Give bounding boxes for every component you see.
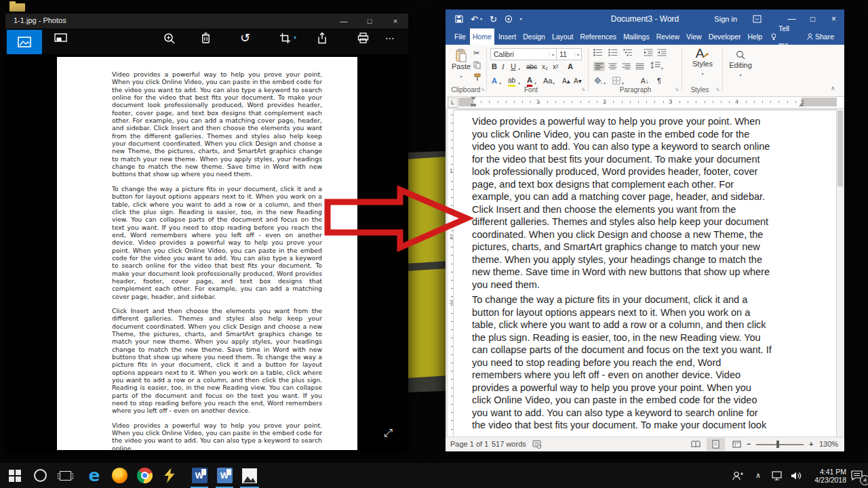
strikethrough-button[interactable]: abc — [526, 62, 537, 71]
zoom-slider-thumb[interactable] — [776, 441, 779, 448]
zoom-level[interactable]: 130% — [819, 440, 838, 448]
font-color-button[interactable]: A — [527, 76, 532, 87]
cortana-button[interactable] — [28, 463, 52, 488]
paragraph-dialog-launcher-icon[interactable]: ⇘ — [675, 87, 679, 92]
action-center-button[interactable]: 4 — [848, 463, 865, 488]
text-highlight-button[interactable]: ab — [508, 76, 515, 87]
grow-font-button[interactable]: A▴ — [562, 77, 570, 85]
shading-dropdown-icon[interactable]: ▾ — [604, 79, 606, 88]
line-spacing-dropdown-icon[interactable]: ▾ — [661, 64, 663, 73]
right-indent-marker[interactable] — [799, 100, 804, 106]
format-painter-button[interactable] — [473, 73, 481, 81]
shading-button[interactable] — [593, 77, 602, 85]
left-indent-marker[interactable] — [471, 104, 476, 106]
document-page[interactable]: Video provides a powerful way to help yo… — [453, 110, 837, 437]
tab-mailings[interactable]: Mailings — [620, 28, 652, 45]
tab-developer[interactable]: Developer — [706, 28, 744, 45]
edit-options-chevron-icon[interactable]: ▾ — [294, 35, 296, 41]
vertical-scrollbar[interactable] — [837, 109, 844, 437]
bullet-list-button[interactable] — [593, 49, 603, 56]
font-name-dropdown-icon[interactable]: ▾ — [549, 52, 556, 57]
styles-dialog-launcher-icon[interactable]: ⇘ — [715, 87, 719, 92]
line-spacing-button[interactable] — [650, 62, 660, 69]
font-dialog-launcher-icon[interactable]: ⇘ — [581, 87, 585, 92]
tab-review[interactable]: Review — [654, 28, 682, 45]
slideshow-icon[interactable] — [54, 33, 67, 43]
fullscreen-expand-icon[interactable]: ⤢ — [384, 427, 393, 439]
tab-insert[interactable]: Insert — [496, 28, 519, 45]
photos-maximize-button[interactable]: □ — [357, 14, 382, 28]
clear-formatting-button[interactable]: A — [568, 62, 573, 71]
align-right-button[interactable] — [620, 62, 632, 71]
word-close-button[interactable]: × — [823, 9, 844, 28]
tab-view[interactable]: View — [684, 28, 705, 45]
tab-layout[interactable]: Layout — [549, 28, 576, 45]
first-line-indent-marker[interactable] — [471, 97, 476, 103]
taskbar-edge-icon[interactable]: e — [82, 463, 106, 488]
borders-button[interactable] — [612, 77, 620, 85]
underline-button[interactable]: U — [511, 62, 516, 71]
photos-titlebar[interactable]: 1-1.jpg - Photos — □ × — [5, 14, 408, 28]
align-center-button[interactable] — [607, 62, 618, 71]
ribbon-display-options-icon[interactable] — [753, 15, 762, 23]
taskbar-firefox-icon[interactable] — [107, 463, 132, 488]
decrease-indent-button[interactable] — [644, 49, 653, 56]
document-text[interactable]: Video provides a powerful way to help yo… — [472, 115, 772, 434]
paste-dropdown-icon[interactable]: ▾ — [460, 75, 462, 79]
horizontal-ruler[interactable]: 1 2 3 4 5 — [458, 98, 837, 106]
photos-minimize-button[interactable]: — — [331, 14, 357, 28]
subscript-button[interactable]: x₂ — [542, 62, 548, 71]
photo-of-document[interactable]: Video provides a powerful way to help yo… — [57, 57, 357, 450]
more-options-icon[interactable]: ⋯ — [385, 33, 395, 43]
photos-close-button[interactable]: × — [382, 14, 408, 28]
tab-home[interactable]: Home — [470, 28, 494, 45]
align-left-button[interactable] — [593, 62, 605, 71]
sign-in-link[interactable]: Sign in — [714, 15, 737, 23]
word-count[interactable]: 517 words — [492, 440, 526, 448]
taskbar-chrome-icon[interactable] — [132, 463, 157, 488]
share-button[interactable]: Share — [804, 28, 837, 45]
tab-file[interactable]: File — [452, 28, 469, 45]
edit-crop-icon[interactable] — [279, 33, 291, 44]
tab-help[interactable]: Help — [745, 28, 766, 45]
rotate-icon[interactable]: ↺ — [240, 33, 250, 43]
zoom-slider[interactable] — [756, 444, 804, 445]
desktop-folder-icon[interactable] — [9, 3, 25, 12]
read-mode-button[interactable] — [686, 438, 705, 451]
text-effects-dropdown-icon[interactable]: ▾ — [499, 79, 501, 88]
change-case-button[interactable]: Aa — [543, 77, 552, 85]
taskbar-word-icon[interactable]: W — [187, 463, 212, 488]
word-maximize-button[interactable]: □ — [802, 9, 823, 28]
web-layout-button[interactable] — [728, 438, 746, 451]
increase-indent-button[interactable] — [657, 49, 667, 56]
superscript-button[interactable]: x² — [553, 62, 558, 71]
font-name-combobox[interactable]: Calibri ▾ — [490, 48, 557, 60]
editing-button[interactable]: Editing ▾ — [726, 50, 755, 80]
change-case-dropdown-icon[interactable]: ▾ — [553, 79, 555, 88]
scrollbar-thumb[interactable] — [837, 110, 843, 186]
clipboard-dialog-launcher-icon[interactable]: ⇘ — [481, 87, 485, 92]
share-icon[interactable] — [317, 32, 328, 44]
taskbar-word-secondary-icon[interactable]: W — [212, 463, 237, 488]
tab-stop-selector[interactable]: L — [448, 98, 458, 108]
page-indicator[interactable]: Page 1 of 1 — [450, 440, 488, 448]
multilevel-list-button[interactable] — [623, 49, 633, 56]
volume-tray-icon[interactable] — [787, 463, 806, 488]
people-tray-icon[interactable] — [728, 463, 747, 488]
network-tray-icon[interactable] — [768, 463, 787, 488]
start-button[interactable] — [3, 463, 27, 488]
sort-button[interactable]: A↓ — [641, 77, 649, 85]
show-hidden-icons-chevron[interactable]: ∧ — [750, 463, 766, 488]
underline-dropdown-icon[interactable]: ▾ — [518, 65, 520, 74]
taskbar-photos-icon[interactable] — [237, 463, 262, 488]
justify-button[interactable] — [634, 62, 646, 71]
editing-dropdown-icon[interactable]: ▾ — [739, 73, 741, 77]
cut-button[interactable]: ✂ — [473, 49, 479, 58]
numbered-list-button[interactable] — [608, 49, 618, 56]
taskbar-clock[interactable]: 4:41 PM 4/23/2018 — [807, 463, 846, 488]
collapse-ribbon-icon[interactable]: ∧ — [831, 84, 835, 93]
italic-button[interactable]: I — [502, 62, 505, 71]
tell-me-box[interactable]: Tell me — [768, 28, 804, 45]
copy-button[interactable] — [473, 61, 481, 69]
font-size-dropdown-icon[interactable]: ▾ — [574, 52, 581, 57]
